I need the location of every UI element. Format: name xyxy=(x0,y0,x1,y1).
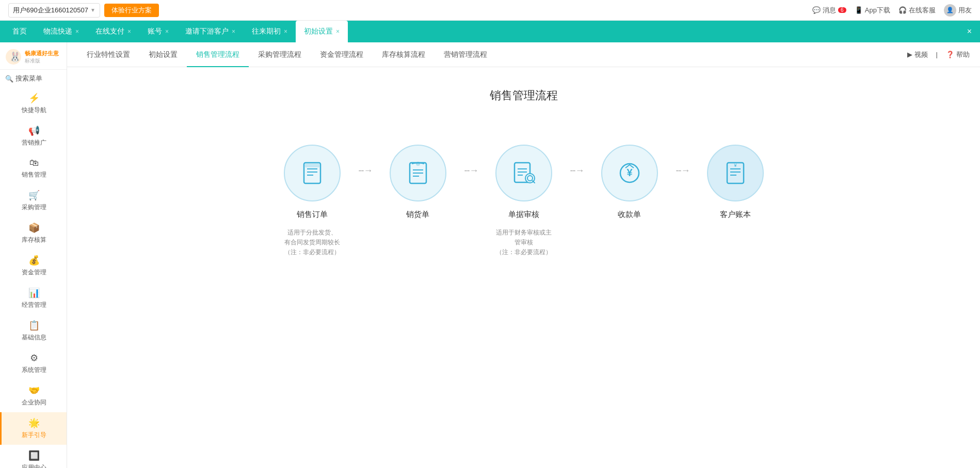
nav-tab-history-close[interactable]: × xyxy=(284,28,287,35)
nav-tab-init-label: 初始设置 xyxy=(304,27,333,36)
nav-tab-payment[interactable]: 在线支付 × xyxy=(87,21,139,42)
sidebar-item-purchase-mgmt[interactable]: 🛒 采购管理 xyxy=(0,184,67,217)
sales-mgmt-icon: 🛍 xyxy=(29,158,39,168)
sub-tab-industry[interactable]: 行业特性设置 xyxy=(77,42,139,67)
nav-tab-history-label: 往来期初 xyxy=(252,27,281,36)
sub-tab-init-settings[interactable]: 初始设置 xyxy=(139,42,187,67)
main-layout: 🐰 畅康通好生意 标准版 🔍 搜索菜单 ⚡ 快捷导航 📢 营销推广 🛍 销售管理… xyxy=(0,42,980,468)
sidebar-item-sales-mgmt-label: 销售管理 xyxy=(22,170,46,179)
message-label: 消息 xyxy=(823,6,836,15)
sub-tabs-right: ▶ 视频 | ❓ 帮助 xyxy=(907,50,970,59)
user-selector[interactable]: 用户690企业1660120507 ▼ xyxy=(8,3,100,18)
flow-step-receipt-title: 收款单 xyxy=(618,210,641,220)
sidebar-item-operations[interactable]: 📊 经营管理 xyxy=(0,282,67,315)
sidebar-item-inventory-label: 库存核算 xyxy=(22,236,46,244)
user-profile-item[interactable]: 👤 用友 xyxy=(944,4,972,17)
nav-tab-invite-close[interactable]: × xyxy=(232,28,235,35)
nav-tab-logistics[interactable]: 物流快递 × xyxy=(35,21,87,42)
search-label: 搜索菜单 xyxy=(15,74,42,83)
sales-order-icon xyxy=(299,160,326,186)
nav-tab-account-close[interactable]: × xyxy=(165,28,169,35)
dropdown-arrow-icon: ▼ xyxy=(90,7,95,13)
sub-tabs-left: 行业特性设置 初始设置 销售管理流程 采购管理流程 资金管理流程 库存核算流程 xyxy=(77,42,496,67)
flow-step-customer-ledger: ¥ 客户账本 xyxy=(689,145,782,228)
flow-arrow-3: - - → xyxy=(570,145,583,176)
sidebar-item-app-center-label: 应用中心 xyxy=(22,463,46,468)
app-icon: 📱 xyxy=(855,6,863,14)
nav-close-all-button[interactable]: × xyxy=(963,27,976,36)
sidebar-item-app-center[interactable]: 🔲 应用中心 xyxy=(0,445,67,468)
nav-tab-history[interactable]: 往来期初 × xyxy=(244,21,296,42)
enterprise-coop-icon: 🤝 xyxy=(28,385,40,396)
flow-circle-receipt: ¥ xyxy=(601,145,658,201)
flow-arrow-2: - - → xyxy=(464,145,477,176)
sidebar-item-basic-info[interactable]: 📋 基础信息 xyxy=(0,315,67,347)
nav-tab-invite[interactable]: 邀请下游客户 × xyxy=(177,21,244,42)
sidebar-item-sys-mgmt[interactable]: ⚙ 系统管理 xyxy=(0,347,67,380)
trial-button[interactable]: 体验行业方案 xyxy=(104,4,159,17)
nav-tab-logistics-label: 物流快递 xyxy=(43,27,72,36)
flow-diagram: 销售订单 适用于分批发货、有合同发货周期较长（注：非必要流程） - - → xyxy=(77,134,970,268)
sidebar-item-enterprise-coop[interactable]: 🤝 企业协同 xyxy=(0,380,67,412)
sub-tab-inventory-flow-label: 库存核算流程 xyxy=(382,50,425,59)
nav-tab-init-close[interactable]: × xyxy=(336,28,340,35)
sidebar-item-basic-info-label: 基础信息 xyxy=(22,333,46,342)
sub-tab-finance-flow-label: 资金管理流程 xyxy=(320,50,363,59)
sidebar-item-inventory[interactable]: 📦 库存核算 xyxy=(0,217,67,249)
sub-tab-industry-label: 行业特性设置 xyxy=(87,50,130,59)
nav-tab-home[interactable]: 首页 xyxy=(4,21,35,42)
customer-service-item[interactable]: 🎧 在线客服 xyxy=(898,6,936,15)
sys-mgmt-icon: ⚙ xyxy=(30,352,38,364)
flow-step-sales-delivery: 销货单 xyxy=(372,145,464,228)
sidebar-search[interactable]: 🔍 搜索菜单 xyxy=(0,70,67,87)
sidebar-item-quick-nav[interactable]: ⚡ 快捷导航 xyxy=(0,87,67,120)
help-item[interactable]: ❓ 帮助 xyxy=(946,50,970,59)
service-label: 在线客服 xyxy=(909,6,936,15)
logo-icon: 🐰 xyxy=(5,49,22,65)
svg-text:¥: ¥ xyxy=(733,163,737,168)
flow-step-sales-delivery-title: 销货单 xyxy=(406,210,429,220)
sidebar-item-marketing-promo-label: 营销推广 xyxy=(22,138,46,147)
nav-tab-logistics-close[interactable]: × xyxy=(75,28,79,35)
logo-text: 畅康通好生意 标准版 xyxy=(25,50,59,65)
nav-tab-payment-close[interactable]: × xyxy=(127,28,131,35)
sidebar-item-finance[interactable]: 💰 资金管理 xyxy=(0,249,67,282)
operations-icon: 📊 xyxy=(28,287,40,299)
nav-tab-init[interactable]: 初始设置 × xyxy=(296,21,348,42)
sub-tab-purchase-flow[interactable]: 采购管理流程 xyxy=(249,42,311,67)
app-download-item[interactable]: 📱 App下载 xyxy=(855,6,890,15)
svg-text:🐰: 🐰 xyxy=(9,51,21,63)
nav-tab-payment-label: 在线支付 xyxy=(95,27,124,36)
top-bar-right: 💬 消息 6 📱 App下载 🎧 在线客服 👤 用友 xyxy=(812,4,972,17)
divider: | xyxy=(936,51,938,58)
sidebar-item-new-guide[interactable]: 🌟 新手引导 xyxy=(0,412,67,445)
service-icon: 🎧 xyxy=(898,6,907,14)
page-body: 销售管理流程 销售订单 适用于分批发货、有合同 xyxy=(67,67,980,468)
sidebar-item-finance-label: 资金管理 xyxy=(22,268,46,277)
sub-tab-marketing-flow[interactable]: 营销管理流程 xyxy=(435,42,496,67)
sidebar: 🐰 畅康通好生意 标准版 🔍 搜索菜单 ⚡ 快捷导航 📢 营销推广 🛍 销售管理… xyxy=(0,42,67,468)
arrow-4-icon: - - → xyxy=(676,165,689,176)
sidebar-logo: 🐰 畅康通好生意 标准版 xyxy=(0,42,67,70)
inventory-icon: 📦 xyxy=(28,222,40,233)
sub-tabs: 行业特性设置 初始设置 销售管理流程 采购管理流程 资金管理流程 库存核算流程 xyxy=(67,42,980,67)
sub-tab-finance-flow[interactable]: 资金管理流程 xyxy=(311,42,373,67)
flow-step-sales-order-desc: 适用于分批发货、有合同发货周期较长（注：非必要流程） xyxy=(284,228,340,258)
quick-nav-icon: ⚡ xyxy=(28,92,40,104)
video-icon: ▶ xyxy=(907,51,912,58)
video-help-item[interactable]: ▶ 视频 xyxy=(907,50,928,59)
message-item[interactable]: 💬 消息 6 xyxy=(812,6,846,15)
flow-circle-customer-ledger: ¥ xyxy=(707,145,764,201)
sidebar-item-sales-mgmt[interactable]: 🛍 销售管理 xyxy=(0,152,67,184)
sub-tab-inventory-flow[interactable]: 库存核算流程 xyxy=(373,42,435,67)
sidebar-item-marketing-promo[interactable]: 📢 营销推广 xyxy=(0,120,67,152)
app-center-icon: 🔲 xyxy=(28,450,40,461)
main-content: 行业特性设置 初始设置 销售管理流程 采购管理流程 资金管理流程 库存核算流程 xyxy=(67,42,980,468)
flow-circle-sales-delivery xyxy=(390,145,446,201)
nav-tab-account[interactable]: 账号 × xyxy=(139,21,177,42)
sidebar-item-quick-nav-label: 快捷导航 xyxy=(22,106,46,115)
flow-arrow-4: - - → xyxy=(676,145,689,176)
flow-step-doc-review: 单据审核 适用于财务审核或主管审核（注：非必要流程） xyxy=(477,145,570,258)
search-icon: 🔍 xyxy=(5,75,13,83)
sub-tab-sales-flow[interactable]: 销售管理流程 xyxy=(187,42,249,67)
